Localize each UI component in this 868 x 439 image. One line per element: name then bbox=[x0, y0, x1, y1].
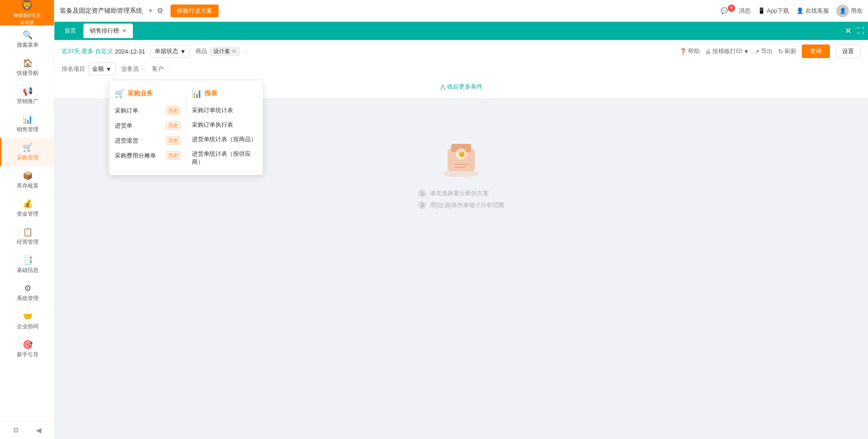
sidebar-item-label: 快捷导航 bbox=[17, 69, 39, 77]
tabbar-window-close-icon[interactable]: ✕ bbox=[845, 26, 852, 36]
salesperson-dots[interactable]: ··· bbox=[141, 66, 146, 73]
sales-icon: 📊 bbox=[23, 114, 33, 124]
tab-sales-rank[interactable]: 销售排行榜 ✕ bbox=[83, 24, 133, 38]
message-icon: 💬 bbox=[721, 7, 728, 14]
sidebar-item-guide[interactable]: 🎯 新手引导 bbox=[0, 335, 54, 363]
dropdown-item-incoming-supplier[interactable]: 进货单统计表（按供应商） bbox=[192, 147, 258, 169]
sidebar-collapse-icon[interactable]: ◀ bbox=[36, 426, 41, 434]
app-download-btn[interactable]: 📱 App下载 bbox=[758, 7, 789, 15]
help-label: 帮助 bbox=[688, 47, 700, 55]
sidebar-item-system[interactable]: ⚙ 系统管理 bbox=[0, 279, 54, 307]
tab-home[interactable]: 首页 bbox=[58, 24, 83, 38]
print-arrow: ▼ bbox=[743, 48, 749, 55]
goods-tag-close-icon[interactable]: ✕ bbox=[232, 48, 236, 54]
dropdown-item-purchase-order[interactable]: 采购订单 历史 bbox=[115, 103, 180, 118]
sidebar-item-label: 销售管理 bbox=[17, 126, 39, 133]
empty-tips: 1 请先选择要分析的方案 2 用[过滤]条件来缩小分析范围 bbox=[418, 189, 504, 209]
sidebar-item-label: 搜索菜单 bbox=[17, 41, 39, 49]
settings-button[interactable]: 设置 bbox=[835, 44, 861, 58]
expense-badge: 历史 bbox=[166, 151, 180, 160]
sidebar-item-quick-nav[interactable]: 🏠 快捷导航 bbox=[0, 54, 54, 82]
print-btn[interactable]: 🖨 按模板打印 ▼ bbox=[705, 47, 749, 55]
purchase-col-icon: 🛒 bbox=[115, 89, 125, 99]
incoming-supplier-label: 进货单统计表（按供应商） bbox=[192, 150, 258, 166]
dropdown-item-return[interactable]: 进货退货 历史 bbox=[115, 133, 180, 148]
sidebar-item-label: 经营管理 bbox=[17, 238, 39, 246]
tabbar-actions: ✕ ⛶ bbox=[845, 26, 864, 36]
date-custom[interactable]: 自定义 bbox=[95, 47, 113, 55]
date-preset[interactable]: 近37天 bbox=[62, 47, 80, 55]
system-name: 装备及固定资产辅助管理系统 bbox=[60, 7, 142, 15]
refresh-label: 刷新 bbox=[785, 47, 796, 55]
user-label: 用友 bbox=[851, 7, 863, 15]
topbar-settings-icon[interactable]: ⚙ bbox=[157, 6, 163, 15]
refresh-icon: ↻ bbox=[778, 48, 783, 55]
date-more[interactable]: 更多 bbox=[82, 47, 93, 55]
date-value: 2024-12-31 bbox=[115, 48, 145, 55]
dropdown-report-col: 📊 报表 采购订单统计表 采购订单执行表 进货单统计表（按商品） 进货单统计表（… bbox=[186, 86, 263, 169]
sidebar-item-finance[interactable]: 💰 资金管理 bbox=[0, 194, 54, 222]
filter-row-2: 排名项目 金额 ▼ 业务员 ··· 客户 ··· bbox=[62, 63, 861, 75]
tab-close-icon[interactable]: ✕ bbox=[122, 28, 127, 34]
return-label: 进货退货 bbox=[115, 137, 138, 145]
topbar: 装备及固定资产辅助管理系统 ▼ ⚙ 体验行业方案 💬 9 消息 📱 App下载 … bbox=[54, 0, 868, 22]
sidebar-bottom: ⚙ ◀ bbox=[0, 421, 54, 439]
sidebar-item-operation[interactable]: 📋 经营管理 bbox=[0, 222, 54, 251]
industry-btn[interactable]: 体验行业方案 bbox=[171, 5, 219, 17]
export-icon: ↗ bbox=[755, 48, 760, 55]
goods-tag-text: 设计素 bbox=[214, 48, 230, 55]
sidebar-item-label: 基础信息 bbox=[17, 266, 39, 274]
sidebar-item-sales[interactable]: 📊 销售管理 bbox=[0, 110, 54, 138]
sidebar-item-enterprise[interactable]: 🤝 企业协同 bbox=[0, 307, 54, 335]
refresh-btn[interactable]: ↻ 刷新 bbox=[778, 47, 796, 55]
message-badge: 9 bbox=[728, 5, 735, 12]
query-button[interactable]: 查询 bbox=[802, 44, 830, 58]
sidebar-item-label: 新手引导 bbox=[17, 351, 39, 359]
sidebar-item-label: 采购管理 bbox=[17, 154, 39, 162]
svg-text:😟: 😟 bbox=[458, 151, 465, 158]
order-status-select[interactable]: 单据状态 ▼ bbox=[151, 45, 190, 58]
service-label: 在线客服 bbox=[805, 7, 829, 15]
customer-filter: 客户 ··· bbox=[152, 65, 171, 73]
online-service-btn[interactable]: 👤 在线客服 bbox=[796, 7, 829, 15]
purchase-order-badge: 历史 bbox=[166, 106, 180, 115]
order-stats-label: 采购订单统计表 bbox=[192, 106, 233, 114]
help-btn[interactable]: ❓ 帮助 bbox=[679, 47, 700, 55]
message-label: 消息 bbox=[739, 7, 751, 15]
sidebar-item-label: 系统管理 bbox=[17, 295, 39, 302]
tabbar-expand-icon[interactable]: ⛶ bbox=[857, 27, 864, 35]
sidebar-item-marketing[interactable]: 📢 营销推广 bbox=[0, 82, 54, 110]
empty-tip-1: 1 请先选择要分析的方案 bbox=[418, 189, 504, 197]
tip-text-2: 用[过滤]条件来缩小分析范围 bbox=[430, 201, 504, 209]
sidebar-item-basic[interactable]: 📑 基础信息 bbox=[0, 251, 54, 279]
system-dropdown-icon[interactable]: ▼ bbox=[148, 8, 153, 14]
empty-illustration: 😟 bbox=[434, 135, 488, 180]
order-status-label: 单据状态 bbox=[155, 47, 178, 55]
help-icon: ❓ bbox=[679, 48, 687, 55]
goods-more-dots[interactable]: ··· bbox=[243, 48, 248, 55]
dropdown-item-order-stats[interactable]: 采购订单统计表 bbox=[192, 103, 258, 118]
message-btn[interactable]: 💬 9 消息 bbox=[721, 7, 751, 15]
dropdown-purchase-col: 🛒 采购业务 采购订单 历史 进货单 历史 进货退货 历史 bbox=[109, 86, 186, 169]
sidebar-item-inventory[interactable]: 📦 库存核算 bbox=[0, 166, 54, 194]
sidebar-item-label: 资金管理 bbox=[17, 210, 39, 218]
sidebar-settings-icon[interactable]: ⚙ bbox=[13, 426, 19, 434]
user-btn[interactable]: 👤 用友 bbox=[836, 5, 863, 17]
rank-select[interactable]: 金额 ▼ bbox=[88, 63, 116, 75]
expense-label: 采购费用分摊单 bbox=[115, 152, 156, 160]
empty-tip-2: 2 用[过滤]条件来缩小分析范围 bbox=[418, 201, 504, 209]
dropdown-purchase-header: 🛒 采购业务 bbox=[115, 86, 180, 103]
marketing-icon: 📢 bbox=[23, 86, 33, 96]
dropdown-item-incoming[interactable]: 进货单 历史 bbox=[115, 118, 180, 133]
export-btn[interactable]: ↗ 导出 bbox=[755, 47, 773, 55]
sidebar-item-label: 企业协同 bbox=[17, 323, 39, 330]
dropdown-item-expense[interactable]: 采购费用分摊单 历史 bbox=[115, 148, 180, 163]
customer-dots[interactable]: ··· bbox=[166, 66, 171, 73]
sidebar-item-purchase[interactable]: 🛒 采购管理 bbox=[0, 138, 54, 166]
dropdown-item-order-exec[interactable]: 采购订单执行表 bbox=[192, 118, 258, 132]
goods-tag: 设计素 ✕ bbox=[210, 47, 240, 56]
tip-num-1: 1 bbox=[418, 189, 426, 197]
system-icon: ⚙ bbox=[24, 283, 31, 293]
dropdown-item-incoming-goods[interactable]: 进货单统计表（按商品） bbox=[192, 132, 258, 147]
sidebar-item-search[interactable]: 🔍 搜索菜单 bbox=[0, 25, 54, 54]
